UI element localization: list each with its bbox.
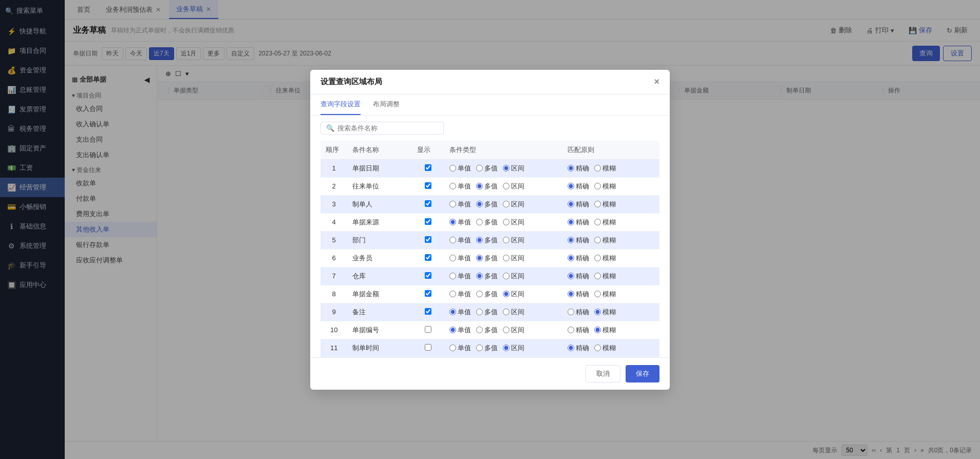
radio-single-8[interactable]: 单值 [449,308,471,317]
radio-multi-9[interactable]: 多值 [476,326,498,335]
radio-single-5[interactable]: 单值 [449,254,471,263]
modal-title: 设置查询区域布局 [321,77,382,87]
modal-tab-layout-adjust[interactable]: 布局调整 [373,94,400,115]
radio-range-9[interactable]: 区间 [503,326,524,335]
radio-multi-8[interactable]: 多值 [476,308,498,317]
row-show-7[interactable] [412,285,444,303]
checkbox-show-7[interactable] [425,290,431,297]
row-type-3: 单值 多值 区间 [444,213,562,231]
row-seq-1: 2 [321,177,347,195]
radio-fuzzy-7[interactable]: 模糊 [594,290,616,299]
radio-multi-2[interactable]: 多值 [476,200,498,209]
radio-single-2[interactable]: 单值 [449,200,471,209]
row-show-6[interactable] [412,267,444,285]
search-modal-icon: 🔍 [326,124,334,132]
radio-fuzzy-0[interactable]: 模糊 [594,164,616,173]
radio-fuzzy-3[interactable]: 模糊 [594,218,616,227]
checkbox-show-4[interactable] [425,236,431,243]
row-show-9[interactable] [412,321,444,339]
radio-exact-7[interactable]: 精确 [568,290,589,299]
radio-range-8[interactable]: 区间 [503,308,524,317]
checkbox-show-5[interactable] [425,254,431,261]
radio-exact-5[interactable]: 精确 [568,254,589,263]
checkbox-show-10[interactable] [425,344,431,351]
radio-exact-3[interactable]: 精确 [568,218,589,227]
radio-range-2[interactable]: 区间 [503,200,524,209]
checkbox-show-6[interactable] [425,272,431,279]
row-show-4[interactable] [412,231,444,249]
radio-multi-3[interactable]: 多值 [476,218,498,227]
radio-exact-8[interactable]: 精确 [568,308,589,317]
radio-multi-10[interactable]: 多值 [476,343,498,353]
modal-tabs: 查询字段设置布局调整 [310,94,670,116]
radio-fuzzy-5[interactable]: 模糊 [594,254,616,263]
radio-exact-4[interactable]: 精确 [568,236,589,245]
modal-tab-field-settings[interactable]: 查询字段设置 [321,94,361,115]
radio-range-3[interactable]: 区间 [503,218,524,227]
radio-single-10[interactable]: 单值 [449,343,471,353]
row-show-3[interactable] [412,213,444,231]
checkbox-show-2[interactable] [425,200,431,207]
radio-multi-6[interactable]: 多值 [476,272,498,281]
checkbox-show-0[interactable] [425,164,431,171]
radio-exact-6[interactable]: 精确 [568,272,589,281]
radio-exact-9[interactable]: 精确 [568,326,589,335]
row-seq-10: 11 [321,339,347,357]
radio-fuzzy-1[interactable]: 模糊 [594,182,616,191]
radio-single-3[interactable]: 单值 [449,218,471,227]
row-show-8[interactable] [412,303,444,321]
radio-single-9[interactable]: 单值 [449,326,471,335]
radio-multi-1[interactable]: 多值 [476,182,498,191]
radio-fuzzy-2[interactable]: 模糊 [594,200,616,209]
modal-close-button[interactable]: × [654,77,659,86]
checkbox-show-1[interactable] [425,182,431,189]
row-show-5[interactable] [412,249,444,267]
checkbox-show-9[interactable] [425,326,431,333]
row-match-1: 精确 模糊 [562,177,659,195]
radio-fuzzy-4[interactable]: 模糊 [594,236,616,245]
radio-single-0[interactable]: 单值 [449,164,471,173]
radio-range-10[interactable]: 区间 [503,343,524,353]
cancel-button[interactable]: 取消 [586,365,620,382]
radio-exact-1[interactable]: 精确 [568,182,589,191]
table-row: 1单据日期 单值 多值 区间 精确 模糊 [321,159,659,177]
radio-single-4[interactable]: 单值 [449,236,471,245]
row-name-10: 制单时间 [347,339,412,357]
radio-single-6[interactable]: 单值 [449,272,471,281]
radio-exact-10[interactable]: 精确 [568,343,589,353]
radio-range-6[interactable]: 区间 [503,272,524,281]
radio-exact-0[interactable]: 精确 [568,164,589,173]
radio-range-7[interactable]: 区间 [503,290,524,299]
row-name-6: 仓库 [347,267,412,285]
row-show-2[interactable] [412,195,444,213]
search-input[interactable] [337,124,438,132]
radio-range-1[interactable]: 区间 [503,182,524,191]
radio-range-5[interactable]: 区间 [503,254,524,263]
row-show-10[interactable] [412,339,444,357]
row-show-1[interactable] [412,177,444,195]
modal-save-button[interactable]: 保存 [626,365,659,382]
radio-fuzzy-6[interactable]: 模糊 [594,272,616,281]
radio-multi-4[interactable]: 多值 [476,236,498,245]
radio-single-7[interactable]: 单值 [449,290,471,299]
row-type-10: 单值 多值 区间 [444,339,562,357]
radio-multi-7[interactable]: 多值 [476,290,498,299]
radio-range-4[interactable]: 区间 [503,236,524,245]
radio-fuzzy-9[interactable]: 模糊 [594,326,616,335]
row-name-7: 单据金额 [347,285,412,303]
radio-single-1[interactable]: 单值 [449,182,471,191]
row-show-0[interactable] [412,159,444,177]
radio-fuzzy-8[interactable]: 模糊 [594,308,616,317]
radio-exact-2[interactable]: 精确 [568,200,589,209]
checkbox-show-8[interactable] [425,308,431,315]
radio-multi-5[interactable]: 多值 [476,254,498,263]
radio-fuzzy-10[interactable]: 模糊 [594,343,616,353]
checkbox-show-3[interactable] [425,218,431,225]
radio-multi-0[interactable]: 多值 [476,164,498,173]
radio-range-0[interactable]: 区间 [503,164,524,173]
row-match-8: 精确 模糊 [562,303,659,321]
row-name-0: 单据日期 [347,159,412,177]
row-name-1: 往来单位 [347,177,412,195]
modal-footer: 取消 保存 [310,357,670,390]
table-row: 11制单时间 单值 多值 区间 精确 模糊 [321,339,659,357]
